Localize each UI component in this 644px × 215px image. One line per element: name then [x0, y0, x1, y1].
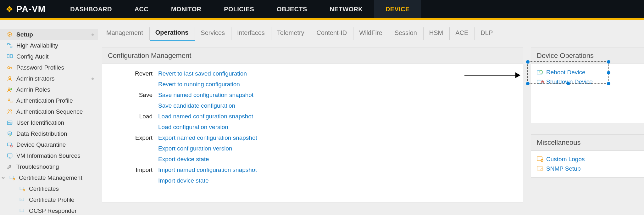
svg-point-29 [541, 159, 543, 161]
link-export-named[interactable]: Export named configuration snapshot [158, 134, 257, 141]
sidebar-item-userid[interactable]: User Identification [0, 117, 98, 128]
svg-point-11 [8, 110, 9, 111]
panel-config-mgmt: Configuration Management RevertRevert to… [102, 48, 523, 202]
subtab-ace[interactable]: ACE [450, 27, 475, 40]
sidebar-item-label: Troubleshooting [16, 163, 59, 170]
nav-policies[interactable]: POLICIES [213, 0, 265, 18]
brand-logo-icon [6, 5, 13, 13]
sidebar-item-ocsp[interactable]: OCSP Responder [0, 205, 98, 215]
sidebar-item-authseq[interactable]: Authentication Sequence [0, 106, 98, 117]
nav-acc[interactable]: ACC [123, 0, 160, 18]
link-load-named[interactable]: Load named configuration snapshot [158, 113, 253, 120]
gear-icon [6, 31, 13, 38]
svg-rect-30 [537, 166, 542, 170]
sidebar-item-vminfo[interactable]: VM Information Sources [0, 150, 98, 161]
subtab-operations[interactable]: Operations [150, 27, 195, 41]
audit-icon [6, 53, 13, 60]
sidebar-item-administrators[interactable]: Administrators [0, 73, 98, 84]
nav-device[interactable]: DEVICE [374, 0, 421, 18]
top-nav: PA-VM DASHBOARD ACC MONITOR POLICIES OBJ… [0, 0, 644, 20]
sidebar-item-adminroles[interactable]: Admin Roles [0, 84, 98, 95]
nav-monitor[interactable]: MONITOR [160, 0, 213, 18]
svg-rect-2 [10, 46, 12, 48]
redist-icon [6, 130, 13, 137]
svg-rect-4 [10, 54, 13, 58]
sidebar-item-label: Certificate Management [19, 174, 82, 181]
sidebar-item-setup[interactable]: Setup [0, 29, 98, 40]
subtab-hsm[interactable]: HSM [424, 27, 450, 40]
link-revert-running[interactable]: Revert to running configuration [158, 81, 240, 88]
config-table: RevertRevert to last saved configuration… [108, 68, 257, 186]
panel-device-ops: Device Operations Reboot Device Shutdown… [531, 48, 644, 123]
brand-name: PA-VM [16, 4, 46, 14]
sidebar-item-label: Password Profiles [16, 64, 64, 71]
sidebar-item-label: Authentication Profile [16, 97, 73, 104]
link-export-state[interactable]: Export device state [158, 156, 209, 162]
nav-objects[interactable]: OBJECTS [265, 0, 319, 18]
svg-point-7 [8, 88, 10, 89]
subtab-management[interactable]: Management [104, 27, 150, 40]
svg-point-31 [541, 169, 543, 171]
cm-row-label: Export [108, 133, 158, 143]
quarantine-icon [6, 141, 13, 148]
link-import-named[interactable]: Import named configuration snapshot [158, 167, 257, 173]
panel-header: Configuration Management [102, 48, 523, 64]
ocsp-icon [19, 207, 26, 214]
svg-rect-28 [537, 157, 542, 161]
link-save-named[interactable]: Save named configuration snapshot [158, 92, 253, 98]
subtab-contentid[interactable]: Content-ID [311, 27, 354, 40]
sidebar-item-configaudit[interactable]: Config Audit [0, 51, 98, 62]
ha-icon [6, 42, 13, 49]
link-custom-logos[interactable]: Custom Logos [537, 155, 639, 164]
svg-point-9 [8, 99, 10, 100]
subtab-dlp[interactable]: DLP [475, 27, 499, 40]
chevron-down-icon [1, 176, 6, 180]
sidebar-item-certprofile[interactable]: Certificate Profile [0, 194, 98, 205]
sidebar-item-label: Certificates [29, 185, 59, 192]
sidebar-item-authprofile[interactable]: Authentication Profile [0, 95, 98, 106]
link-save-candidate[interactable]: Save candidate configuration [158, 102, 235, 109]
svg-rect-24 [20, 209, 24, 212]
link-revert-last-saved[interactable]: Revert to last saved configuration [158, 70, 247, 77]
sidebar-item-label: High Availability [16, 42, 58, 49]
selection-highlight [527, 61, 609, 84]
cert-icon [9, 174, 16, 181]
cm-row-label: Revert [108, 68, 158, 79]
logo-icon [537, 157, 544, 162]
sidebar-item-dataredist[interactable]: Data Redistribution [0, 128, 98, 139]
main-layout: Setup High Availability Config Audit Pas… [0, 20, 644, 215]
cm-row-label: Save [108, 90, 158, 100]
link-snmp-setup[interactable]: SNMP Setup [537, 164, 639, 173]
wrench-icon [6, 163, 13, 170]
sidebar-item-label: OCSP Responder [29, 207, 77, 214]
sidebar-item-pwdprofiles[interactable]: Password Profiles [0, 62, 98, 73]
panel-body: Custom Logos SNMP Setup [531, 151, 644, 177]
key-icon [6, 64, 13, 71]
link-import-state[interactable]: Import device state [158, 177, 209, 184]
auth-icon [6, 97, 13, 104]
sidebar-item-certmgmt[interactable]: Certificate Management [0, 172, 98, 183]
subtab-telemetry[interactable]: Telemetry [271, 27, 311, 40]
svg-point-5 [8, 66, 10, 69]
cm-row-label: Import [108, 165, 158, 175]
right-column: Device Operations Reboot Device Shutdown… [531, 48, 644, 202]
link-export-version[interactable]: Export configuration version [158, 145, 232, 152]
sidebar-item-quarantine[interactable]: Device Quarantine [0, 139, 98, 150]
svg-point-14 [8, 122, 10, 123]
subtab-interfaces[interactable]: Interfaces [231, 27, 271, 40]
sidebar-item-certificates[interactable]: Certificates [0, 183, 98, 194]
nav-dashboard[interactable]: DASHBOARD [59, 0, 123, 18]
sidebar-item-label: Admin Roles [16, 86, 50, 93]
svg-point-15 [8, 132, 12, 133]
link-text: SNMP Setup [546, 165, 580, 172]
nav-network[interactable]: NETWORK [319, 0, 374, 18]
subtab-wildfire[interactable]: WildFire [353, 27, 389, 40]
sidebar-item-label: Administrators [16, 75, 54, 82]
link-load-version[interactable]: Load configuration version [158, 124, 228, 130]
sidebar-item-troubleshoot[interactable]: Troubleshooting [0, 161, 98, 172]
subtab-services[interactable]: Services [195, 27, 231, 40]
users-icon [6, 86, 13, 93]
content-area: Configuration Management RevertRevert to… [102, 48, 644, 202]
sidebar-item-ha[interactable]: High Availability [0, 40, 98, 51]
subtab-session[interactable]: Session [389, 27, 424, 40]
